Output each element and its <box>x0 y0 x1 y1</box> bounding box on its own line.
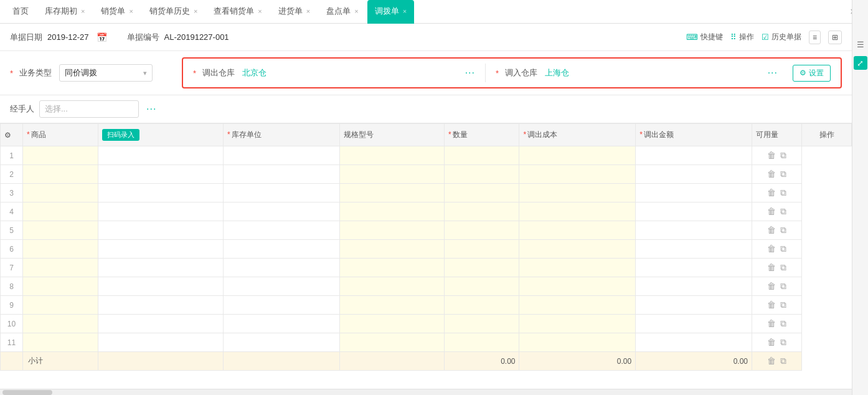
copy-icon-1[interactable]: ⧉ <box>780 150 786 160</box>
history-button[interactable]: ☑ 历史单据 <box>762 32 801 42</box>
row-amount-7[interactable] <box>519 259 636 277</box>
out-warehouse-more[interactable]: ··· <box>465 67 475 79</box>
row-unit-8[interactable] <box>98 277 223 296</box>
row-quantity-11[interactable] <box>339 333 444 352</box>
row-cost-2[interactable] <box>444 165 519 184</box>
row-amount-9[interactable] <box>519 296 636 315</box>
row-spec-10[interactable] <box>223 315 339 333</box>
tab-sales-order-close[interactable]: × <box>129 7 133 15</box>
row-spec-2[interactable] <box>223 165 339 184</box>
tab-home[interactable]: 首页 <box>5 0 36 24</box>
row-spec-3[interactable] <box>223 184 339 202</box>
operations-button[interactable]: ⠿ 操作 <box>730 32 754 42</box>
business-type-select[interactable]: 同价调拨 ▾ <box>59 64 153 82</box>
row-unit-6[interactable] <box>98 240 223 259</box>
tab-inventory-check[interactable]: 盘点单 × <box>319 0 366 24</box>
copy-icon-10[interactable]: ⧉ <box>780 318 786 328</box>
copy-icon-9[interactable]: ⧉ <box>780 300 786 310</box>
scrollbar-thumb[interactable] <box>2 390 52 395</box>
row-product-3[interactable] <box>23 184 98 202</box>
delete-icon-1[interactable]: 🗑 <box>767 150 776 160</box>
row-unit-10[interactable] <box>98 315 223 333</box>
delete-icon-5[interactable]: 🗑 <box>767 225 776 235</box>
row-spec-9[interactable] <box>223 296 339 315</box>
row-quantity-7[interactable] <box>339 259 444 277</box>
calendar-icon[interactable]: 📅 <box>97 32 107 42</box>
row-cost-6[interactable] <box>444 240 519 259</box>
row-amount-1[interactable] <box>519 146 636 165</box>
copy-icon-4[interactable]: ⧉ <box>780 206 786 216</box>
row-amount-2[interactable] <box>519 165 636 184</box>
row-product-5[interactable] <box>23 221 98 240</box>
tab-sales-history[interactable]: 销货单历史 × <box>142 0 205 24</box>
row-unit-1[interactable] <box>98 146 223 165</box>
layout-btn1[interactable]: ≡ <box>809 31 821 44</box>
row-quantity-6[interactable] <box>339 240 444 259</box>
delete-icon-9[interactable]: 🗑 <box>767 300 776 310</box>
subtotal-delete-icon[interactable]: 🗑 <box>767 356 776 366</box>
tab-inventory-check-close[interactable]: × <box>354 7 358 15</box>
handler-select[interactable]: 选择... <box>39 100 139 118</box>
row-product-7[interactable] <box>23 259 98 277</box>
tab-inventory-init[interactable]: 库存期初 × <box>37 0 92 24</box>
layout-btn2[interactable]: ⊞ <box>828 31 842 44</box>
delete-icon-4[interactable]: 🗑 <box>767 206 776 216</box>
row-quantity-8[interactable] <box>339 277 444 296</box>
copy-icon-11[interactable]: ⧉ <box>780 337 786 347</box>
tab-purchase-order[interactable]: 进货单 × <box>271 0 318 24</box>
tab-purchase-order-close[interactable]: × <box>306 7 310 15</box>
row-product-6[interactable] <box>23 240 98 259</box>
row-cost-10[interactable] <box>444 315 519 333</box>
row-unit-11[interactable] <box>98 333 223 352</box>
row-unit-2[interactable] <box>98 165 223 184</box>
sidebar-list-icon[interactable]: ☰ <box>854 37 867 51</box>
in-warehouse-more[interactable]: ··· <box>768 67 778 79</box>
row-product-9[interactable] <box>23 296 98 315</box>
row-cost-7[interactable] <box>444 259 519 277</box>
col-gear[interactable]: ⚙ <box>1 124 23 146</box>
row-quantity-4[interactable] <box>339 202 444 221</box>
row-unit-9[interactable] <box>98 296 223 315</box>
row-quantity-2[interactable] <box>339 165 444 184</box>
delete-icon-8[interactable]: 🗑 <box>767 281 776 291</box>
delete-icon-6[interactable]: 🗑 <box>767 244 776 254</box>
row-quantity-3[interactable] <box>339 184 444 202</box>
scan-button[interactable]: 扫码录入 <box>102 129 139 141</box>
table-gear-icon[interactable]: ⚙ <box>4 131 11 140</box>
row-unit-7[interactable] <box>98 259 223 277</box>
col-scan[interactable]: 扫码录入 <box>98 124 223 146</box>
copy-icon-7[interactable]: ⧉ <box>780 262 786 272</box>
row-amount-5[interactable] <box>519 221 636 240</box>
settings-button[interactable]: ⚙ 设置 <box>793 65 831 82</box>
row-product-11[interactable] <box>23 333 98 352</box>
handler-more[interactable]: ··· <box>146 103 156 115</box>
tab-view-sales[interactable]: 查看销货单 × <box>206 0 269 24</box>
row-spec-8[interactable] <box>223 277 339 296</box>
row-amount-3[interactable] <box>519 184 636 202</box>
delete-icon-10[interactable]: 🗑 <box>767 318 776 328</box>
delete-icon-11[interactable]: 🗑 <box>767 337 776 347</box>
tab-inventory-init-close[interactable]: × <box>81 7 85 15</box>
row-product-8[interactable] <box>23 277 98 296</box>
horizontal-scrollbar[interactable] <box>0 389 852 395</box>
delete-icon-7[interactable]: 🗑 <box>767 262 776 272</box>
shortcuts-button[interactable]: ⌨ 快捷键 <box>686 32 723 42</box>
tab-sales-history-close[interactable]: × <box>194 7 197 15</box>
row-spec-4[interactable] <box>223 202 339 221</box>
row-product-1[interactable] <box>23 146 98 165</box>
tab-transfer-order[interactable]: 调拨单 × <box>367 0 414 24</box>
row-spec-7[interactable] <box>223 259 339 277</box>
row-unit-3[interactable] <box>98 184 223 202</box>
row-product-2[interactable] <box>23 165 98 184</box>
row-amount-11[interactable] <box>519 333 636 352</box>
row-quantity-9[interactable] <box>339 296 444 315</box>
row-unit-5[interactable] <box>98 221 223 240</box>
copy-icon-2[interactable]: ⧉ <box>780 169 786 179</box>
row-cost-11[interactable] <box>444 333 519 352</box>
row-cost-5[interactable] <box>444 221 519 240</box>
tab-sales-order[interactable]: 销货单 × <box>93 0 140 24</box>
row-product-4[interactable] <box>23 202 98 221</box>
row-cost-3[interactable] <box>444 184 519 202</box>
row-spec-6[interactable] <box>223 240 339 259</box>
row-amount-6[interactable] <box>519 240 636 259</box>
